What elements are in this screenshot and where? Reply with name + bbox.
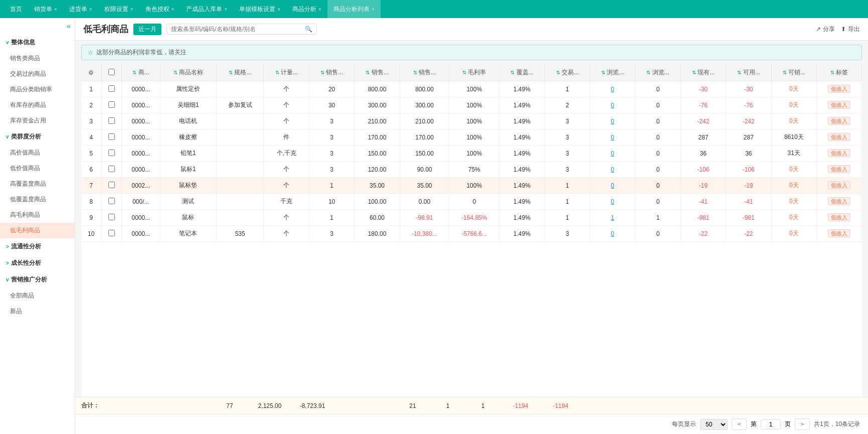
sidebar-item-高毛利商品[interactable]: 高毛利商品	[0, 207, 75, 223]
nav-item-产成品入库单[interactable]: 产成品入库单 ×	[180, 0, 233, 18]
select-all-checkbox[interactable]	[108, 69, 115, 75]
row-coverage: 1.49%	[499, 97, 545, 113]
total-info: 共1页，10条记录	[814, 420, 860, 428]
sidebar-group-类群度分析[interactable]: v类群度分析	[0, 128, 75, 145]
sidebar-item-新品[interactable]: 新品	[0, 304, 75, 319]
search-input[interactable]	[171, 26, 303, 33]
sidebar-item-低价值商品[interactable]: 低价值商品	[0, 161, 75, 176]
column-header-checkbox[interactable]	[101, 64, 121, 81]
row-browse2: 0	[635, 226, 680, 242]
column-header-spec[interactable]: ⇅ 规格...	[216, 64, 264, 81]
column-header-trade[interactable]: ⇅ 交易...	[545, 64, 590, 81]
sidebar-item-库存资金占用[interactable]: 库存资金占用	[0, 113, 75, 128]
tag-badge: 低收入	[828, 181, 850, 189]
row-browse1: 0	[590, 162, 635, 178]
sidebar-item-交易过的商品[interactable]: 交易过的商品	[0, 66, 75, 82]
nav-item-销货单[interactable]: 销货单 ×	[28, 0, 63, 18]
sidebar-group-营销推广分析[interactable]: v营销推广分析	[0, 271, 75, 288]
row-spec	[216, 129, 264, 146]
column-header-tag[interactable]: ⇅ 标签	[816, 64, 861, 81]
sidebar-item-有库存的商品[interactable]: 有库存的商品	[0, 97, 75, 113]
nav-close-icon[interactable]: ×	[277, 7, 280, 12]
sidebar-item-全部商品[interactable]: 全部商品	[0, 288, 75, 304]
row-checkbox[interactable]	[108, 85, 115, 92]
row-checkbox[interactable]	[108, 166, 115, 172]
export-button[interactable]: ⬆ 导出	[841, 25, 860, 34]
row-checkbox[interactable]	[108, 198, 115, 204]
row-unit: 个	[264, 81, 309, 97]
column-header-current_stock[interactable]: ⇅ 现有...	[680, 64, 726, 81]
row-number: 3	[81, 113, 101, 129]
page-number-input[interactable]	[761, 419, 781, 429]
nav-item-首页[interactable]: 首页	[4, 0, 28, 18]
sort-icon: ⇅	[173, 70, 178, 75]
table-row: 60000...鼠标1个3120.0090.0075%1.49%300-106-…	[81, 162, 862, 178]
column-header-sales_qty[interactable]: ⇅ 销售...	[309, 64, 354, 81]
nav-close-icon[interactable]: ×	[54, 7, 57, 12]
row-checkbox[interactable]	[108, 101, 115, 108]
sidebar-group-label: 营销推广分析	[11, 275, 47, 284]
row-checkbox[interactable]	[108, 117, 115, 124]
sidebar-group-流通性分析[interactable]: >流通性分析	[0, 238, 75, 255]
row-browse2: 0	[635, 113, 680, 129]
search-icon[interactable]: 🔍	[305, 26, 312, 33]
nav-item-进货单[interactable]: 进货单 ×	[63, 0, 98, 18]
sidebar-item-低毛利商品[interactable]: 低毛利商品	[0, 223, 75, 238]
nav-item-权限设置[interactable]: 权限设置 ×	[98, 0, 139, 18]
next-page-button[interactable]: ＞	[795, 418, 810, 430]
prev-page-button[interactable]: ＜	[732, 418, 747, 430]
column-header-browse1[interactable]: ⇅ 浏览...	[590, 64, 635, 81]
warning-banner: ☆ 这部分商品的利润非常低，请关注	[81, 45, 862, 60]
table-wrapper[interactable]: ⚙⇅ 商...⇅ 商品名称⇅ 规格...⇅ 计量...⇅ 销售...⇅ 销售..…	[81, 64, 862, 397]
row-spec	[216, 81, 264, 97]
column-header-coverage[interactable]: ⇅ 覆盖...	[499, 64, 545, 81]
nav-close-icon[interactable]: ×	[130, 7, 133, 12]
column-header-gross_rate[interactable]: ⇅ 毛利率	[449, 64, 499, 81]
sidebar-item-低覆盖度商品[interactable]: 低覆盖度商品	[0, 192, 75, 207]
column-header-sales_amount[interactable]: ⇅ 销售...	[400, 64, 449, 81]
row-saleable: 0天	[771, 162, 816, 178]
row-checkbox[interactable]	[108, 150, 115, 156]
nav-close-icon[interactable]: ×	[372, 7, 375, 12]
sidebar-collapse-button[interactable]: «	[0, 18, 75, 34]
nav-item-商品分析列表[interactable]: 商品分析列表 ×	[327, 0, 381, 18]
column-header-name[interactable]: ⇅ 商品名称	[160, 64, 216, 81]
row-checkbox[interactable]	[108, 182, 115, 188]
per-page-select[interactable]: 50 100	[700, 419, 728, 430]
column-header-sales_price[interactable]: ⇅ 销售...	[355, 64, 400, 81]
sort-icon: ⇅	[830, 70, 834, 75]
nav-close-icon[interactable]: ×	[318, 7, 321, 12]
column-header-unit[interactable]: ⇅ 计量...	[264, 64, 309, 81]
sidebar-group-成长性分析[interactable]: >成长性分析	[0, 255, 75, 271]
sidebar-group-整体信息[interactable]: v整体信息	[0, 34, 75, 51]
column-header-saleable[interactable]: ⇅ 可销...	[771, 64, 816, 81]
nav-item-单据模板设置[interactable]: 单据模板设置 ×	[233, 0, 286, 18]
row-current-stock: -76	[680, 97, 726, 113]
row-checkbox[interactable]	[108, 133, 115, 140]
sidebar-item-高价值商品[interactable]: 高价值商品	[0, 145, 75, 161]
column-header-browse2[interactable]: ⇅ 浏览...	[635, 64, 680, 81]
column-header-code[interactable]: ⇅ 商...	[121, 64, 160, 81]
nav-item-角色授权[interactable]: 角色授权 ×	[139, 0, 181, 18]
row-trade: 3	[545, 113, 590, 129]
row-checkbox[interactable]	[108, 230, 115, 236]
row-sales-qty: 3	[309, 146, 354, 162]
nav-close-icon[interactable]: ×	[224, 7, 227, 12]
nav-close-icon[interactable]: ×	[171, 7, 175, 12]
row-code: 0000...	[121, 97, 160, 113]
sidebar-item-商品分类助销率[interactable]: 商品分类助销率	[0, 82, 75, 97]
column-header-available[interactable]: ⇅ 可用...	[726, 64, 771, 81]
row-number: 4	[81, 129, 101, 146]
row-name: 铅笔1	[160, 146, 216, 162]
nav-close-icon[interactable]: ×	[89, 7, 92, 12]
share-button[interactable]: ↗ 分享	[816, 25, 835, 34]
column-header-settings[interactable]: ⚙	[81, 64, 101, 81]
sidebar-item-销售类商品[interactable]: 销售类商品	[0, 51, 75, 66]
row-saleable: 0天	[771, 194, 816, 210]
row-number: 10	[81, 226, 101, 242]
row-coverage: 1.49%	[499, 226, 545, 242]
sidebar-item-高覆盖度商品[interactable]: 高覆盖度商品	[0, 176, 75, 192]
nav-item-商品分析[interactable]: 商品分析 ×	[286, 0, 327, 18]
time-filter-button[interactable]: 近一月	[133, 24, 161, 35]
row-checkbox[interactable]	[108, 214, 115, 220]
